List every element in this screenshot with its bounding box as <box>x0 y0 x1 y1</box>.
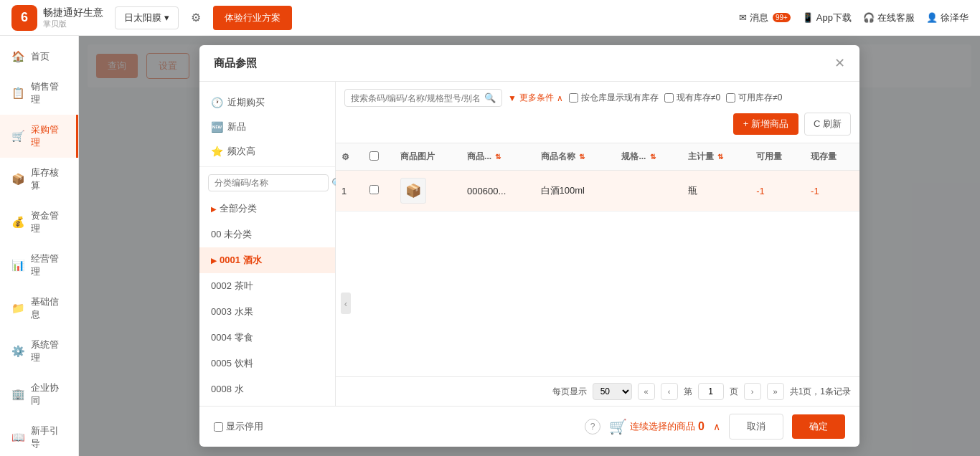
sidebar-item-sales[interactable]: 📋 销售管理 <box>0 72 78 115</box>
quick-link-new[interactable]: 🆕 新品 <box>199 115 335 139</box>
cell-check[interactable] <box>364 171 394 212</box>
refresh-btn[interactable]: C 刷新 <box>804 113 851 136</box>
prev-page-btn[interactable]: ‹ <box>661 383 678 400</box>
cat-c0003[interactable]: 0003 水果 <box>199 299 335 325</box>
sidebar-item-inventory[interactable]: 📦 库存核算 <box>0 158 78 201</box>
sidebar-label-finance: 资金管理 <box>31 209 67 235</box>
category-search-input[interactable] <box>208 174 329 191</box>
cat-all[interactable]: ▶ 全部分类 <box>199 196 335 222</box>
avatar-icon: 👤 <box>926 12 938 23</box>
product-search-input[interactable] <box>351 93 480 103</box>
warehouse-stock-checkbox[interactable] <box>569 93 578 103</box>
online-service-btn[interactable]: 🎧 在线客服 <box>863 11 915 24</box>
sort-code-icon: ⇅ <box>495 153 501 161</box>
modal-body: 🕐 近期购买 🆕 新品 ⭐ 频次高 <box>199 82 859 406</box>
messages-btn[interactable]: ✉ 消息 99+ <box>739 11 791 24</box>
last-page-btn[interactable]: » <box>767 383 784 400</box>
app-download-btn[interactable]: 📱 App下载 <box>802 11 852 24</box>
cat-c0004[interactable]: 0004 零食 <box>199 325 335 351</box>
usable-stock-checkbox[interactable] <box>726 93 735 103</box>
panel-collapse-btn[interactable]: ‹ <box>341 293 351 314</box>
row-checkbox[interactable] <box>369 185 379 194</box>
show-disabled-text: 显示停用 <box>226 420 263 433</box>
product-panel: 🔍 ▼ 更多条件 ∧ 按仓库显示现有库存 <box>336 82 859 406</box>
first-page-btn[interactable]: « <box>638 383 655 400</box>
category-list: ▶ 全部分类 00 未分类 ▶ 0001 酒水 0002 茶 <box>199 196 335 400</box>
available-stock-checkbox-label[interactable]: 现有库存≠0 <box>664 92 720 104</box>
app-download-label: App下载 <box>816 11 852 24</box>
content-area: 查询 设置 商品参照 ✕ 🕐 <box>79 36 980 456</box>
cell-unit: 瓶 <box>682 171 750 212</box>
user-area[interactable]: 👤 徐泽华 <box>926 11 969 24</box>
finance-icon: 💰 <box>11 216 25 229</box>
sort-name-icon: ⇅ <box>579 153 585 161</box>
sidebar-item-system[interactable]: ⚙️ 系统管理 <box>0 330 78 373</box>
logo-icon: 6 <box>11 5 37 31</box>
settings-icon[interactable]: ⚙ <box>184 6 207 29</box>
sidebar-item-guide[interactable]: 📖 新手引导 <box>0 416 78 456</box>
cat-c0008[interactable]: 0008 水 <box>199 376 335 400</box>
star-icon: ⭐ <box>211 146 223 157</box>
table-row[interactable]: 1 📦 000600... 白酒100ml <box>336 171 859 212</box>
page-label: 第 <box>684 386 692 398</box>
guide-icon: 📖 <box>11 431 25 444</box>
basic-icon: 📁 <box>11 302 25 315</box>
sidebar-item-operations[interactable]: 📊 经营管理 <box>0 244 78 287</box>
select-all-checkbox[interactable] <box>369 151 379 161</box>
cat-c0005[interactable]: 0005 饮料 <box>199 351 335 376</box>
page-of-label: 页 <box>730 386 738 398</box>
cat-c0001[interactable]: ▶ 0001 酒水 <box>199 247 335 273</box>
modal-close-btn[interactable]: ✕ <box>834 55 845 71</box>
cat-c0001-label: 0001 酒水 <box>220 254 262 267</box>
usable-stock-checkbox-label[interactable]: 可用库存≠0 <box>726 92 782 104</box>
confirm-btn[interactable]: 确定 <box>792 414 845 439</box>
cancel-btn[interactable]: 取消 <box>729 414 783 440</box>
brand-name: 畅捷通好生意 <box>43 6 103 19</box>
col-gear[interactable]: ⚙ <box>336 143 364 171</box>
cat-c0002[interactable]: 0002 茶叶 <box>199 273 335 299</box>
filter-btn[interactable]: ▼ 更多条件 ∧ <box>508 92 563 104</box>
page-number-input[interactable] <box>698 383 724 400</box>
messages-label: 消息 <box>750 11 768 24</box>
cat-c00[interactable]: 00 未分类 <box>199 222 335 247</box>
sidebar-label-sales: 销售管理 <box>31 80 67 106</box>
footer-collapse-btn[interactable]: ∧ <box>713 421 720 432</box>
product-table: ⚙ 商品图片 商品... ⇅ 商品名称 <box>336 143 859 212</box>
sidebar-item-enterprise[interactable]: 🏢 企业协同 <box>0 373 78 416</box>
col-stock: 现存量 <box>805 143 859 171</box>
search-icon[interactable]: 🔍 <box>484 92 496 103</box>
warehouse-stock-checkbox-label[interactable]: 按仓库显示现有库存 <box>569 92 659 104</box>
col-name[interactable]: 商品名称 ⇅ <box>535 143 616 171</box>
show-disabled-label[interactable]: 显示停用 <box>214 420 263 433</box>
sidebar-item-basic[interactable]: 📁 基础信息 <box>0 287 78 330</box>
available-stock-checkbox[interactable] <box>664 93 674 103</box>
enterprise-icon: 🏢 <box>11 388 25 401</box>
add-product-btn[interactable]: + 新增商品 <box>733 113 798 135</box>
top-nav: 6 畅捷通好生意 掌贝版 日太阳膜 ▾ ⚙ 体验行业方案 ✉ 消息 99+ 📱 … <box>0 0 980 36</box>
show-disabled-checkbox[interactable] <box>214 422 223 432</box>
per-page-select[interactable]: 50 100 <box>593 383 632 400</box>
sidebar-item-finance[interactable]: 💰 资金管理 <box>0 201 78 244</box>
sidebar-item-home[interactable]: 🏠 首页 <box>0 42 78 72</box>
quick-link-recent-label: 近期购买 <box>227 96 265 109</box>
modal-title: 商品参照 <box>214 57 257 70</box>
cart-icon: 🛒 <box>609 418 627 435</box>
quick-link-recent[interactable]: 🕐 近期购买 <box>199 90 335 115</box>
sidebar-item-purchase[interactable]: 🛒 采购管理 <box>0 115 78 158</box>
home-icon: 🏠 <box>11 50 25 63</box>
cat-c0008-label: 0008 水 <box>211 383 244 396</box>
col-code[interactable]: 商品... ⇅ <box>461 143 534 171</box>
next-page-btn[interactable]: › <box>744 383 761 400</box>
purchase-icon: 🛒 <box>11 130 25 143</box>
col-spec[interactable]: 规格... ⇅ <box>616 143 682 171</box>
col-name-label: 商品名称 <box>541 151 575 161</box>
product-image: 📦 <box>400 178 426 204</box>
online-service-label: 在线客服 <box>877 11 915 24</box>
store-selector[interactable]: 日太阳膜 ▾ <box>115 6 179 29</box>
col-unit[interactable]: 主计量 ⇅ <box>682 143 750 171</box>
sort-spec-icon: ⇅ <box>650 153 656 161</box>
sidebar-label-system: 系统管理 <box>31 338 67 364</box>
help-icon[interactable]: ? <box>585 419 600 434</box>
quick-link-frequent[interactable]: ⭐ 频次高 <box>199 139 335 163</box>
experience-btn[interactable]: 体验行业方案 <box>213 6 292 30</box>
